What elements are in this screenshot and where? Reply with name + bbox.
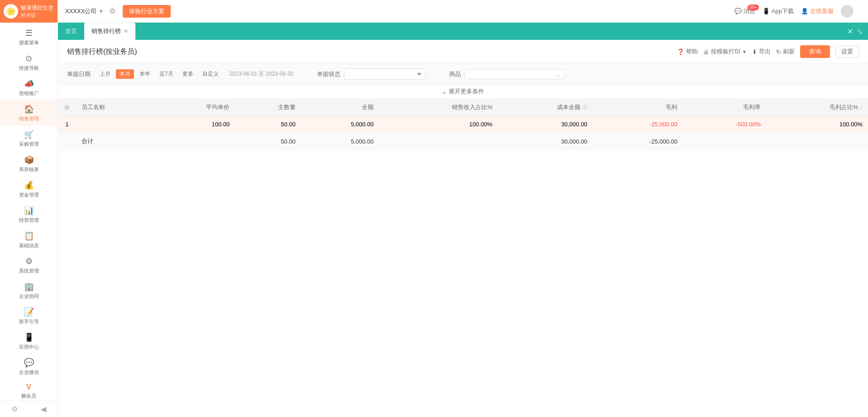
col-settings-header[interactable]: ⚙ (58, 99, 76, 116)
service-icon: 👤 (801, 8, 808, 14)
goods-filter-label: 商品 (449, 70, 461, 78)
online-service-btn[interactable]: 👤 在线客服 (801, 7, 834, 15)
window-close-icon[interactable]: ✕ (847, 27, 853, 36)
search-menu-icon: ☰ (25, 28, 33, 38)
sidebar-item-corp[interactable]: 🏢 企业协同 (0, 278, 58, 303)
tab-close-icon[interactable]: ✕ (124, 28, 128, 34)
company-arrow-icon: ▼ (98, 8, 104, 14)
sidebar-item-guide[interactable]: 📝 新手引导 (0, 303, 58, 329)
tab-home[interactable]: 首页 (58, 23, 84, 40)
tab-sales-rank[interactable]: 销售排行榜 ✕ (84, 23, 135, 40)
expand-down-icon: ⌄ (442, 88, 447, 95)
table-row: 1 100.00 50.00 5,000.00 100.00% 30,000.0… (58, 116, 868, 133)
col-profit-header: 毛利 (593, 99, 683, 116)
topbar: XXXXX公司 ▼ ⚙ 体验行业方案 💬 消息 99+ 📱 App下载 👤 在线… (58, 0, 868, 23)
date-tab-custom[interactable]: 自定义 (199, 69, 222, 79)
cell-name (76, 116, 156, 133)
cell-cost: 30,000.00 (498, 116, 593, 133)
sidebar-item-search[interactable]: ☰ 搜索菜单 (0, 24, 58, 50)
cell-profit-rate: -500.00% (683, 116, 766, 133)
sidebar-item-system[interactable]: ⚙ 系统管理 (0, 253, 58, 278)
message-btn[interactable]: 💬 消息 99+ (734, 7, 755, 15)
date-tab-year[interactable]: 本年 (136, 69, 154, 79)
table-container: ⚙ 员工名称 平均单价 主数量 (58, 99, 868, 417)
company-name: XXXXX公司 (65, 7, 96, 15)
footer-profit-rate (683, 133, 766, 150)
topbar-right: 💬 消息 99+ 📱 App下载 👤 在线客服 (734, 5, 861, 18)
marketing-icon: 📣 (24, 79, 34, 89)
refresh-btn[interactable]: ↻ 刷新 (776, 48, 795, 56)
footer-profit: -25,000.00 (593, 133, 683, 150)
tabbar: 首页 销售排行榜 ✕ ✕ ⤡ (58, 23, 868, 40)
template-print-btn[interactable]: 🖨 按模板打印 ▼ (703, 48, 747, 56)
page-header-actions: ❓ 帮助 🖨 按模板打印 ▼ ⬇ 导出 ↻ 刷新 (677, 45, 859, 58)
expand-conditions-btn[interactable]: ⌄ 展开更多条件 (442, 87, 484, 96)
col-avg-price-header: 平均单价 (156, 99, 235, 116)
cell-amount: 5,000.00 (301, 116, 379, 133)
cost-info-icon[interactable]: ⓘ (582, 105, 587, 110)
sidebar-item-operation[interactable]: 📊 经营管理 (0, 202, 58, 227)
basic-icon: 📋 (24, 231, 34, 241)
status-filter-group: 单据状态 (317, 68, 426, 80)
footer-avg-price (156, 133, 235, 150)
window-expand-icon[interactable]: ⤡ (857, 27, 863, 36)
finance-icon: 💰 (24, 180, 34, 190)
sales-icon: 🏠 (24, 104, 34, 114)
query-btn[interactable]: 查询 (800, 45, 830, 58)
goods-filter-input[interactable]: ... (465, 69, 564, 79)
sidebar-settings-btn[interactable]: ⚙ (11, 405, 18, 413)
sidebar-item-sales[interactable]: 🏠 销售管理 (0, 101, 58, 126)
date-tabs: 上月 本月 本年 近7天 更多 自定义 (96, 69, 222, 79)
tabbar-right: ✕ ⤡ (847, 27, 868, 36)
cell-sales-pct: 100.00% (379, 116, 498, 133)
export-icon: ⬇ (752, 48, 757, 55)
page-title: 销售排行榜(按业务员) (67, 47, 137, 57)
footer-qty: 50.00 (235, 133, 301, 150)
sidebar-logo: 🌟 畅康通好生意 标准版 (0, 0, 58, 23)
sidebar: 🌟 畅康通好生意 标准版 ☰ 搜索菜单 ⊙ 快捷导航 📣 营销推广 🏠 销售管理… (0, 0, 58, 417)
message-icon: 💬 (734, 8, 742, 14)
data-table: ⚙ 员工名称 平均单价 主数量 (58, 99, 868, 150)
sidebar-item-marketing[interactable]: 📣 营销推广 (0, 75, 58, 101)
sidebar-item-inventory[interactable]: 📦 库存核算 (0, 151, 58, 177)
user-avatar[interactable] (841, 5, 854, 18)
apps-icon: 📱 (24, 332, 34, 342)
footer-cost: 30,000.00 (498, 133, 593, 150)
operation-icon: 📊 (24, 206, 34, 216)
sidebar-item-purchase[interactable]: 🛒 采购管理 (0, 126, 58, 151)
profit-pct-sort-icon[interactable]: ↕ (860, 104, 863, 110)
guide-icon: 📝 (24, 307, 34, 317)
inventory-icon: 📦 (24, 155, 34, 165)
cell-qty: 50.00 (235, 116, 301, 133)
date-tab-last[interactable]: 上月 (96, 69, 114, 79)
print-icon: 🖨 (703, 48, 709, 55)
date-tab-current[interactable]: 本月 (116, 69, 134, 79)
sidebar-item-finance[interactable]: 💰 资金管理 (0, 177, 58, 202)
content-area: 销售排行榜(按业务员) ❓ 帮助 🖨 按模板打印 ▼ ⬇ 导出 (58, 40, 868, 417)
help-btn[interactable]: ❓ 帮助 (677, 48, 698, 56)
sidebar-item-basic[interactable]: 📋 基础信息 (0, 227, 58, 253)
col-settings-icon: ⚙ (64, 104, 70, 111)
sidebar-item-apps[interactable]: 📱 应用中心 (0, 329, 58, 354)
settings-btn[interactable]: 设置 (835, 45, 859, 58)
filter-bar: 单据日期 上月 本月 本年 近7天 更多 自定义 2023-06-01 至 20… (58, 64, 868, 85)
export-btn[interactable]: ⬇ 导出 (752, 48, 771, 56)
page: 销售排行榜(按业务员) ❓ 帮助 🖨 按模板打印 ▼ ⬇ 导出 (58, 40, 868, 417)
sidebar-item-wechat[interactable]: 💬 企业微信 (0, 354, 58, 379)
status-filter-select[interactable] (344, 68, 426, 80)
app-download-btn[interactable]: 📱 App下载 (762, 7, 794, 15)
company-selector[interactable]: XXXXX公司 ▼ (65, 7, 104, 15)
sidebar-item-quicknav[interactable]: ⊙ 快捷导航 (0, 50, 58, 75)
system-icon: ⚙ (25, 256, 33, 266)
goods-filter-group: 商品 ... (449, 69, 564, 79)
purchase-icon: 🛒 (24, 129, 34, 139)
col-sales-pct-header: 销售收入占比% (379, 99, 498, 116)
trial-btn[interactable]: 体验行业方案 (123, 5, 171, 18)
sidebar-footer: ⚙ ◀ (0, 401, 58, 417)
print-arrow-icon: ▼ (742, 49, 747, 54)
date-tab-7days[interactable]: 近7天 (156, 69, 177, 79)
topbar-settings-icon[interactable]: ⚙ (109, 7, 115, 15)
sidebar-collapse-btn[interactable]: ◀ (41, 405, 46, 413)
sidebar-item-member[interactable]: V 畅会员 (0, 379, 58, 401)
date-tab-more[interactable]: 更多 (179, 69, 197, 79)
